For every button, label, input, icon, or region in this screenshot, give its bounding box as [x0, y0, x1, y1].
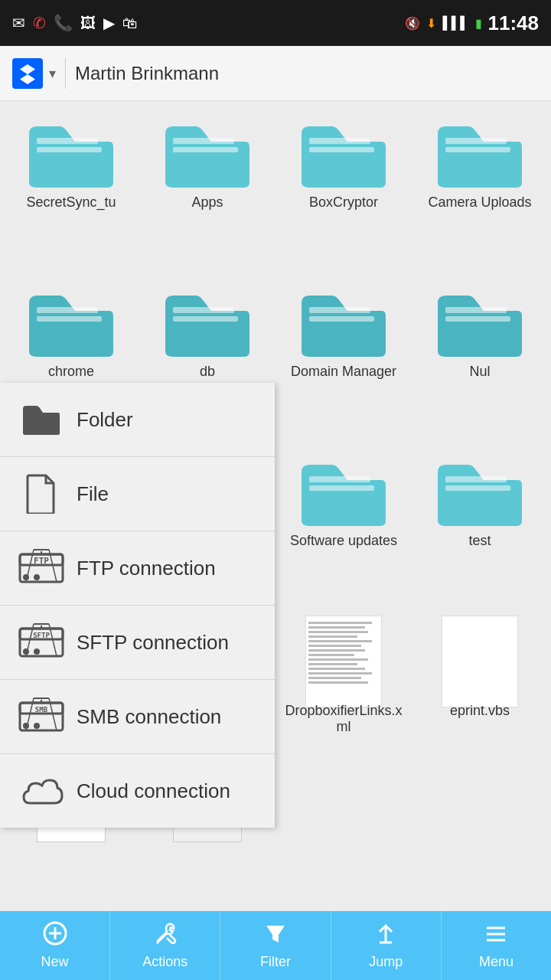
file-eprint-label: eprint.vbs [450, 703, 510, 720]
folder-camera-uploads-label: Camera Uploads [428, 194, 531, 211]
menu-item-ftp[interactable]: FTP FTP connection [0, 531, 275, 606]
svg-marker-54 [266, 926, 285, 942]
smb-icon: SMB [18, 697, 64, 737]
folder-db-label: db [200, 364, 215, 381]
nav-filter[interactable]: Filter [220, 911, 331, 980]
nav-jump-label: Jump [369, 954, 403, 970]
menu-item-folder[interactable]: Folder [0, 383, 275, 457]
svg-rect-20 [309, 485, 374, 491]
folder-icon [18, 400, 64, 439]
menu-item-sftp[interactable]: SFTP SFTP connection [0, 606, 275, 680]
menu-item-folder-label: Folder [77, 408, 133, 432]
menu-item-sftp-label: SFTP connection [77, 631, 229, 655]
nav-actions-label: Actions [142, 954, 187, 970]
menu-item-smb-label: SMB connection [77, 705, 221, 729]
svg-rect-10 [37, 316, 102, 322]
folder-test-label: test [468, 533, 491, 550]
sftp-icon: SFTP [18, 622, 64, 662]
gmail-icon: ✉ [12, 14, 25, 32]
menu-item-smb[interactable]: SMB SMB connection [0, 680, 275, 754]
file-eprint[interactable]: eprint.vbs [415, 617, 545, 797]
nav-menu[interactable]: Menu [442, 911, 551, 980]
svg-rect-12 [173, 316, 238, 322]
svg-text:SFTP: SFTP [33, 632, 50, 639]
menu-item-cloud[interactable]: Cloud connection [0, 754, 275, 828]
file-dropboxifier[interactable]: DropboxifierLinks.xml [279, 617, 409, 797]
phone-icon: 📞 [54, 14, 73, 32]
nav-new[interactable]: New [0, 911, 110, 980]
svg-rect-21 [445, 476, 507, 482]
folder-domain-manager-label: Domain Manager [291, 364, 396, 381]
shop-icon: 🛍 [122, 15, 138, 32]
new-icon [43, 921, 67, 951]
folder-apps[interactable]: Apps [142, 109, 272, 272]
svg-text:FTP: FTP [34, 556, 49, 566]
signal-icon: ▌▌▌ [442, 16, 468, 30]
nav-jump[interactable]: Jump [331, 911, 442, 980]
svg-rect-4 [173, 147, 238, 152]
folder-boxcryptor-label: BoxCryptor [309, 194, 378, 211]
nav-actions[interactable]: Actions [110, 911, 220, 980]
nav-filter-label: Filter [260, 954, 291, 970]
actions-icon [153, 921, 178, 951]
svg-rect-1 [37, 138, 98, 144]
svg-rect-8 [445, 147, 510, 152]
nav-menu-label: Menu [479, 954, 514, 970]
svg-text:SMB: SMB [35, 706, 48, 714]
dropdown-arrow-icon[interactable]: ▾ [49, 65, 56, 82]
folder-nul-label: Nul [469, 364, 490, 381]
svg-rect-14 [309, 316, 374, 322]
header: ▾ Martin Brinkmann [0, 46, 551, 101]
file-icon [18, 474, 64, 514]
menu-item-ftp-label: FTP connection [77, 557, 216, 580]
folder-software-updates[interactable]: Software updates [279, 447, 409, 610]
battery-icon: ▮ [475, 16, 482, 31]
svg-rect-7 [445, 138, 507, 144]
dropbox-logo [12, 58, 43, 89]
svg-rect-16 [445, 316, 510, 322]
svg-rect-5 [309, 138, 370, 144]
nav-new-label: New [41, 954, 69, 970]
filter-icon [263, 921, 288, 951]
folder-camera-uploads[interactable]: Camera Uploads [415, 109, 545, 272]
folder-boxcryptor[interactable]: BoxCryptor [279, 109, 409, 272]
header-divider [65, 58, 66, 89]
bottom-nav: New Actions Filter Jump [0, 911, 551, 980]
svg-rect-2 [37, 147, 102, 152]
status-time: 11:48 [488, 11, 540, 35]
image-icon: 🖼 [80, 15, 96, 32]
menu-icon [484, 921, 508, 951]
folder-chrome-label: chrome [48, 364, 94, 381]
svg-rect-6 [309, 147, 374, 152]
folder-software-updates-label: Software updates [290, 533, 397, 550]
jump-icon [373, 921, 398, 951]
cloud-icon [18, 771, 64, 811]
folder-apps-label: Apps [191, 194, 223, 211]
svg-rect-19 [309, 476, 370, 482]
folder-secretsync[interactable]: SecretSync_tu [6, 109, 136, 272]
mute-icon: 🔇 [405, 16, 420, 31]
svg-point-37 [34, 648, 40, 655]
folder-test[interactable]: test [415, 447, 545, 610]
svg-rect-9 [37, 307, 98, 313]
svg-rect-3 [173, 138, 234, 144]
svg-point-28 [34, 574, 40, 580]
folder-nul[interactable]: Nul [415, 278, 545, 441]
status-icons-left: ✉ ✆ 📞 🖼 ▶ 🛍 [12, 14, 138, 32]
svg-rect-22 [445, 485, 510, 491]
menu-item-file-label: File [77, 482, 109, 506]
download-icon: ⬇ [426, 16, 436, 31]
ftp-icon: FTP [18, 548, 64, 588]
missed-call-icon: ✆ [33, 14, 46, 32]
folder-domain-manager[interactable]: Domain Manager [279, 278, 409, 441]
menu-item-file[interactable]: File [0, 457, 275, 531]
folder-secretsync-label: SecretSync_tu [26, 194, 116, 211]
svg-rect-11 [173, 307, 234, 313]
context-menu: Folder File FTP FTP con [0, 383, 276, 828]
svg-point-46 [34, 723, 40, 729]
status-icons-right: 🔇 ⬇ ▌▌▌ ▮ 11:48 [405, 11, 539, 35]
status-bar: ✉ ✆ 📞 🖼 ▶ 🛍 🔇 ⬇ ▌▌▌ ▮ 11:48 [0, 0, 551, 46]
svg-rect-13 [309, 307, 370, 313]
play-icon: ▶ [103, 14, 115, 32]
header-title: Martin Brinkmann [75, 63, 219, 84]
